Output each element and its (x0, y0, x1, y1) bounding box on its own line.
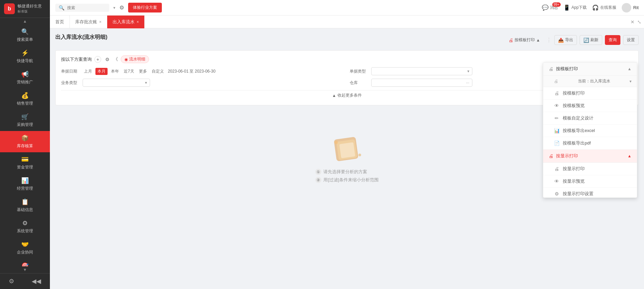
dropdown-template-header[interactable]: 🖨 按模板打印 ▲ (543, 62, 637, 76)
settings-icon[interactable]: ⚙ (9, 278, 14, 285)
sidebar-item-inventory[interactable]: 📦 库存核算 (0, 131, 50, 152)
header-msg[interactable]: 💬 消息 99+ (542, 4, 558, 11)
tab-in-out-flow-label: 出入库流水 (113, 19, 135, 25)
sidebar-item-basic-label: 基础信息 (17, 207, 33, 213)
template-print-item-label: 按模板打印 (563, 90, 585, 96)
date-shortcut-more[interactable]: 更多 (138, 68, 148, 75)
dropdown-item-display-settings[interactable]: ⚙ 按显示打印设置 (543, 188, 637, 198)
export-label: 导出 (565, 37, 573, 43)
sidebar-item-sales-label: 销售管理 (17, 101, 33, 106)
template-preview-icon: 👁 (554, 103, 559, 108)
settings-btn[interactable]: 设置 (623, 35, 639, 45)
date-shortcut-7days[interactable]: 近7天 (122, 68, 136, 75)
collapse-sidebar-icon[interactable]: ◀◀ (32, 278, 41, 285)
dropdown-item-display-print[interactable]: 🖨 按显示打印 (543, 163, 637, 175)
print-template-label: 按模板打印 (515, 37, 535, 43)
dropdown-scroll: 🖨 按模板打印 ▲ 🖨 当前：出入库流水 ▾ 🖨 按模板打印 (543, 62, 637, 198)
sidebar-item-finance[interactable]: 💳 资金管理 (0, 152, 50, 174)
sidebar-item-purchase[interactable]: 🛒 采购管理 (0, 110, 50, 131)
template-custom-icon: ✏ (554, 115, 559, 121)
sidebar-item-basic[interactable]: 📋 基础信息 (0, 195, 50, 216)
display-print-icon: 🖨 (549, 153, 553, 159)
toolbar: 🖨 按模板打印 ▲ ⋮ 📤 导出 🔄 刷新 查询 设置 (505, 35, 639, 45)
sidebar-scroll-up[interactable]: ▲ (0, 18, 50, 25)
sidebar-nav: 🔍 搜索菜单 ⚡ 快捷导航 📢 营销推广 💰 销售管理 🛒 采购管理 📦 (0, 25, 50, 266)
current-text: 当前：出入库流水 (578, 78, 610, 84)
sidebar-item-purchase-label: 采购管理 (17, 122, 33, 128)
sidebar-bottom: ⚙ ◀◀ (0, 273, 50, 289)
export-icon: 📤 (558, 37, 564, 43)
header-search-chevron[interactable]: ▾ (113, 5, 115, 10)
filter-setting-btn[interactable]: ⚙ (104, 56, 111, 63)
tab-batch-account-close[interactable]: × (99, 20, 101, 24)
sidebar-item-guide[interactable]: 🎯 新手引导 (0, 259, 50, 266)
dropdown-item-template-pdf[interactable]: 📄 按模板导出pdf (543, 137, 637, 150)
msg-icon: 💬 (542, 4, 549, 11)
header-gear-icon[interactable]: ⚙ (119, 4, 124, 11)
filter-tag[interactable]: ◉ 流水明细 (121, 55, 149, 63)
print-dropdown: 🖨 按模板打印 ▲ 🖨 当前：出入库流水 ▾ 🖨 按模板打印 (543, 62, 637, 198)
sidebar-item-search[interactable]: 🔍 搜索菜单 (0, 25, 50, 46)
template-custom-label: 模板自定义设计 (563, 115, 593, 121)
sidebar-scroll-down[interactable]: ▼ (0, 266, 50, 273)
print-chevron-up: ▲ (536, 38, 540, 43)
dropdown-display-header[interactable]: 🖨 按显示打印 ▲ (543, 150, 637, 163)
search-icon: 🔍 (21, 28, 29, 35)
tab-in-out-flow-close[interactable]: × (137, 20, 139, 24)
svg-rect-2 (339, 142, 355, 158)
hint-1-num: ① (315, 169, 321, 175)
header-app-download[interactable]: 📱 App下载 (563, 4, 587, 11)
doc-type-select[interactable]: ▾ (371, 67, 472, 75)
template-print-label: 按模板打印 (556, 66, 578, 72)
sales-icon: 💰 (21, 92, 29, 99)
filter-add-btn[interactable]: + (94, 56, 101, 63)
warehouse-more[interactable]: ··· (466, 80, 469, 85)
header-search-box[interactable]: 🔍 (55, 4, 109, 12)
doc-type-chevron: ▾ (467, 69, 469, 74)
hint-2-num: ② (315, 177, 321, 183)
sidebar-item-enterprise[interactable]: 🤝 企业协同 (0, 237, 50, 259)
user-avatar-area[interactable]: Rit (622, 3, 639, 12)
warehouse-select[interactable]: ··· (371, 79, 472, 87)
sidebar-item-marketing[interactable]: 📢 营销推广 (0, 67, 50, 88)
svg-point-4 (358, 154, 361, 156)
display-settings-label: 按显示打印设置 (563, 191, 593, 197)
purchase-icon: 🛒 (21, 113, 29, 121)
tab-home[interactable]: 首页 (50, 16, 70, 28)
print-template-btn[interactable]: 🖨 按模板打印 ▲ (505, 35, 544, 45)
search-input[interactable] (67, 5, 101, 10)
header-service[interactable]: 🎧 在线客服 (592, 4, 616, 11)
sidebar-item-marketing-label: 营销推广 (17, 79, 33, 85)
dropdown-item-template-preview[interactable]: 👁 按模板预览 (543, 100, 637, 112)
biz-type-select[interactable]: ▾ (83, 79, 150, 87)
system-icon: ⚙ (22, 219, 28, 227)
sidebar-item-sales[interactable]: 💰 销售管理 (0, 88, 50, 110)
sidebar-item-system[interactable]: ⚙ 系统管理 (0, 216, 50, 237)
tab-close-btn[interactable]: ✕ (631, 19, 635, 25)
export-btn[interactable]: 📤 导出 (554, 35, 577, 45)
filter-expand-btn[interactable]: 《 (113, 56, 118, 62)
hint-1-text: 请先选择要分析的方案 (323, 169, 367, 175)
dropdown-item-display-preview[interactable]: 👁 按显示预览 (543, 175, 637, 188)
quick-nav-icon: ⚡ (21, 49, 29, 57)
empty-image (330, 130, 364, 163)
tab-in-out-flow[interactable]: 出入库流水 × (107, 16, 145, 28)
dropdown-item-template-excel[interactable]: 📊 按模板导出excel (543, 125, 637, 137)
display-settings-icon: ⚙ (554, 191, 559, 196)
date-shortcut-this-month[interactable]: 本月 (95, 68, 108, 75)
query-btn[interactable]: 查询 (605, 35, 620, 45)
refresh-btn[interactable]: 🔄 刷新 (580, 35, 602, 45)
dropdown-item-template-custom[interactable]: ✏ 模板自定义设计 (543, 112, 637, 125)
app-tag: 标准版 (18, 9, 42, 14)
tab-expand-btn[interactable]: ⤡ (637, 19, 641, 25)
filter-tag-icon: ◉ (124, 57, 128, 62)
sidebar-item-operations[interactable]: 📊 经营管理 (0, 174, 50, 195)
dropdown-item-template-print[interactable]: 🖨 按模板打印 (543, 87, 637, 100)
date-shortcut-this-year[interactable]: 本年 (110, 68, 120, 75)
date-shortcut-last-month[interactable]: 上月 (83, 68, 93, 75)
sidebar-item-quick-nav[interactable]: ⚡ 快捷导航 (0, 46, 50, 67)
date-shortcut-custom[interactable]: 自定义 (150, 68, 165, 75)
tab-batch-account[interactable]: 库存批次账 × (70, 16, 107, 28)
template-pdf-icon: 📄 (554, 140, 559, 146)
trial-btn[interactable]: 体验行业方案 (128, 3, 162, 12)
